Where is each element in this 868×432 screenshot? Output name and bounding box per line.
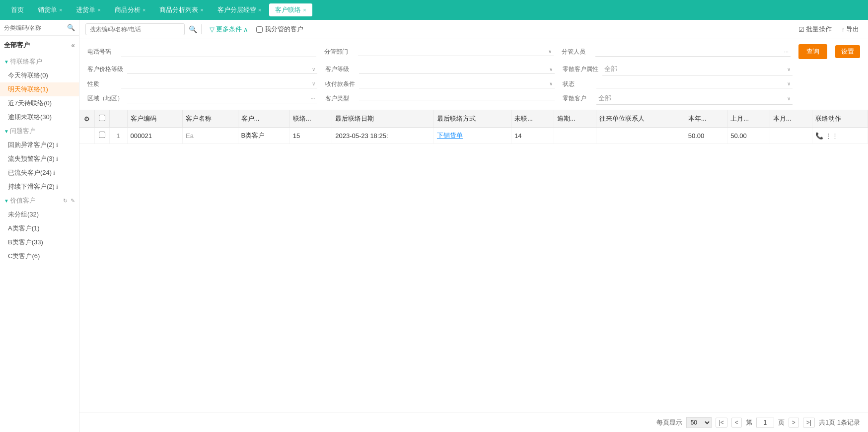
sidebar-item-a-class[interactable]: A类客户(1) xyxy=(0,221,79,235)
sidebar-item-7days-pending[interactable]: 近7天待联络(0) xyxy=(0,96,79,110)
sidebar-value-arrow: ▼ xyxy=(4,198,9,204)
nav-goods-analysis-close[interactable]: × xyxy=(143,7,145,13)
row-name-0: Ea xyxy=(183,128,238,144)
customer-level-field: 客户等级 ∨ xyxy=(325,65,555,74)
sidebar-all-customers-header[interactable]: 全部客户 « xyxy=(0,38,79,53)
sidebar-collapse-icon[interactable]: « xyxy=(71,41,75,49)
sidebar-item-today-pending[interactable]: 今天待联络(0) xyxy=(0,69,79,82)
sidebar-item-tomorrow-pending[interactable]: 明天待联络(1) xyxy=(0,82,79,96)
sidebar-search-input[interactable] xyxy=(4,24,65,31)
col-uncontacted[interactable]: 未联... xyxy=(511,110,554,128)
sidebar-search-icon[interactable]: 🔍 xyxy=(67,24,75,31)
price-level-select[interactable]: ∨ xyxy=(127,65,317,74)
action-more-icon-0[interactable]: ⋮⋮ xyxy=(825,132,838,140)
last-page-btn[interactable]: >| xyxy=(803,418,815,428)
batch-operations-btn[interactable]: ☑ 批量操作 xyxy=(796,23,835,36)
sidebar-item-declining[interactable]: 持续下滑客户(2) ℹ xyxy=(0,180,79,194)
row-this-year-0: 50.00 xyxy=(685,128,727,144)
col-last-month[interactable]: 上月... xyxy=(727,110,770,128)
prev-page-btn[interactable]: < xyxy=(731,418,742,428)
row-contact-0: 15 xyxy=(289,128,332,144)
col-gear[interactable]: ⚙ xyxy=(79,110,94,128)
dept-select[interactable]: ∨ xyxy=(358,47,553,56)
col-last-date[interactable]: 最后联络日期 xyxy=(332,110,434,128)
filter-bar: 🔍 ▽ 更多条件 ∧ 我分管的客户 ☑ 批量操作 ↑ 导出 xyxy=(79,20,868,39)
row-last-date-0: 2023-05-23 18:25: xyxy=(332,128,434,144)
top-nav: 首页 销货单 × 进货单 × 商品分析 × 商品分析列表 × 客户分层经营 × … xyxy=(0,0,868,20)
nav-customer-segment[interactable]: 客户分层经营 × xyxy=(212,3,267,16)
page-input[interactable] xyxy=(756,418,774,428)
nav-goods-analysis-list-close[interactable]: × xyxy=(200,7,203,13)
region-select[interactable]: ··· xyxy=(127,94,317,103)
main-layout: 🔍 全部客户 « ▼ 待联络客户 今天待联络(0) 明天待联络(1) 近7天待联… xyxy=(0,20,868,432)
payment-field: 收付款条件 ∨ xyxy=(325,79,555,88)
row-check-0[interactable] xyxy=(94,128,109,144)
sidebar-item-abnormal[interactable]: 回购异常客户(2) ℹ xyxy=(0,138,79,152)
col-this-year[interactable]: 本年... xyxy=(685,110,727,128)
nav-customer-contact[interactable]: 客户联络 × xyxy=(269,3,312,16)
sidebar-item-overdue-pending[interactable]: 逾期未联络(30) xyxy=(0,110,79,124)
customer-level-select[interactable]: ∨ xyxy=(359,65,555,74)
sidebar-value-refresh[interactable]: ↻ xyxy=(63,198,68,204)
retail-select[interactable]: 全部 ∨ xyxy=(596,92,793,105)
status-select[interactable]: ∨ xyxy=(596,79,793,88)
sidebar-item-churned[interactable]: 已流失客户(24) ℹ xyxy=(0,166,79,180)
col-this-month[interactable]: 本月... xyxy=(770,110,812,128)
sidebar-problem-label: ▼ 问题客户 xyxy=(0,124,79,138)
sidebar-item-c-class[interactable]: C类客户(6) xyxy=(0,249,79,263)
retail-attr-select[interactable]: 全部 ∨ xyxy=(602,63,793,75)
phone-field: 电话号码 xyxy=(87,47,316,57)
select-all-checkbox[interactable] xyxy=(99,115,105,121)
search-btn[interactable]: 🔍 xyxy=(189,25,197,33)
search-input[interactable] xyxy=(85,23,185,35)
col-check[interactable] xyxy=(94,110,109,128)
phone-input[interactable] xyxy=(121,47,316,57)
dept-chevron: ∨ xyxy=(548,49,552,54)
more-conditions-btn[interactable]: ▽ 更多条件 ∧ xyxy=(206,23,252,36)
sidebar-problem-arrow: ▼ xyxy=(4,129,9,134)
nav-sales-close[interactable]: × xyxy=(59,7,62,13)
dept-field: 分管部门 ∨ xyxy=(324,47,553,56)
col-contact[interactable]: 联络... xyxy=(289,110,332,128)
col-code[interactable]: 客户编码 xyxy=(127,110,183,128)
query-btn[interactable]: 查询 xyxy=(798,44,827,59)
next-page-btn[interactable]: > xyxy=(789,418,799,428)
nav-customer-segment-close[interactable]: × xyxy=(258,7,261,13)
col-unit-contact[interactable]: 往来单位联系人 xyxy=(596,110,685,128)
col-action[interactable]: 联络动作 xyxy=(812,110,868,128)
my-customers-checkbox-label[interactable]: 我分管的客户 xyxy=(256,25,303,34)
payment-select[interactable]: ∨ xyxy=(359,79,555,88)
nav-goods-analysis-list[interactable]: 商品分析列表 × xyxy=(153,3,209,16)
nav-home[interactable]: 首页 xyxy=(5,3,30,16)
col-name[interactable]: 客户名称 xyxy=(183,110,238,128)
row-uncontacted-0: 14 xyxy=(511,128,554,144)
col-overdue[interactable]: 逾期... xyxy=(554,110,596,128)
sidebar-item-b-class[interactable]: B类客户(33) xyxy=(0,235,79,249)
export-btn[interactable]: ↑ 导出 xyxy=(839,23,863,36)
nav-purchase-close[interactable]: × xyxy=(97,7,100,13)
nav-sales[interactable]: 销货单 × xyxy=(32,3,68,16)
nav-customer-contact-close[interactable]: × xyxy=(303,7,306,13)
col-last-method[interactable]: 最后联络方式 xyxy=(434,110,511,128)
settings-btn[interactable]: 设置 xyxy=(835,45,860,58)
person-select[interactable]: ··· xyxy=(595,47,791,57)
sidebar-item-churn-warning[interactable]: 流失预警客户(3) ℹ xyxy=(0,152,79,166)
nav-purchase[interactable]: 进货单 × xyxy=(70,3,106,16)
nav-goods-analysis[interactable]: 商品分析 × xyxy=(109,3,151,16)
col-type[interactable]: 客户... xyxy=(238,110,289,128)
action-call-icon-0[interactable]: 📞 xyxy=(815,132,823,140)
customer-type-select[interactable] xyxy=(359,97,555,100)
first-page-btn[interactable]: |< xyxy=(716,418,727,428)
price-level-field: 客户价格等级 ∨ xyxy=(87,65,317,74)
row-action-0[interactable]: 📞⋮⋮ xyxy=(812,128,868,144)
my-customers-checkbox[interactable] xyxy=(256,26,263,33)
pagination: 每页显示 50 100 200 |< < 第 页 > >| 共1页 1条记录 xyxy=(79,413,868,432)
nature-select[interactable]: ∨ xyxy=(121,79,317,88)
sidebar-value-edit[interactable]: ✎ xyxy=(71,198,75,204)
per-page-select[interactable]: 50 100 200 xyxy=(686,417,712,428)
row-last-method-0[interactable]: 下销货单 xyxy=(434,128,511,144)
chevron-up-icon: ∧ xyxy=(243,26,248,33)
sidebar-item-ungrouped[interactable]: 未分组(32) xyxy=(0,208,79,221)
row-gear-0 xyxy=(79,128,94,144)
customer-level-chevron: ∨ xyxy=(549,67,553,72)
